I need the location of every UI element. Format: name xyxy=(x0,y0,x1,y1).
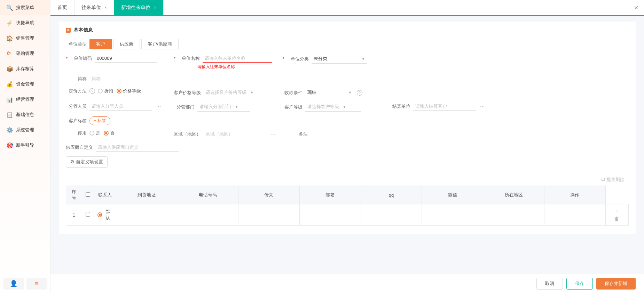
col-default xyxy=(82,186,94,204)
radio-no-circle xyxy=(104,131,109,136)
table-row: 1 默认 xyxy=(66,204,629,226)
pricing-help-icon[interactable]: ? xyxy=(89,88,95,94)
row-delete-btn[interactable]: 🗑 xyxy=(613,215,621,222)
sidebar-item-operations[interactable]: 📊 经营管理 xyxy=(0,92,50,107)
email-input[interactable] xyxy=(367,212,415,218)
payment-help-icon[interactable]: ? xyxy=(357,90,362,96)
sidebar-item-label: 采购管理 xyxy=(16,50,34,57)
unit-name-input[interactable] xyxy=(203,54,272,63)
col-contact: 联系人 xyxy=(94,186,116,204)
payment-terms-select[interactable]: 现结 ▼ xyxy=(305,88,354,97)
manager-more-btn[interactable]: ··· xyxy=(155,103,162,109)
region-input[interactable] xyxy=(204,130,266,138)
radio-no[interactable]: 否 xyxy=(104,130,115,136)
cell-qq[interactable] xyxy=(422,204,483,226)
short-name-input[interactable] xyxy=(89,75,152,83)
sidebar-item-finance[interactable]: 💰 资金管理 xyxy=(0,76,50,92)
col-fax: 传真 xyxy=(238,186,300,204)
customer-level-label: 客户等级 xyxy=(282,104,303,110)
tab-counterparty-close[interactable]: × xyxy=(104,5,107,10)
remarks-input[interactable] xyxy=(311,130,387,138)
fax-input[interactable] xyxy=(306,212,354,218)
cell-checkbox[interactable] xyxy=(82,204,94,226)
type-btn-customer[interactable]: 客户 xyxy=(89,39,112,49)
basic-info-section: F 基本信息 单位类型 客户 供应商 客户/供应商 * 单位编码 xyxy=(59,22,636,234)
region-field: 区域（地区） ··· xyxy=(174,130,276,138)
tab-bar: 首页 往来单位 × 新增往来单位 × ✕ xyxy=(50,0,644,16)
batch-delete-label[interactable]: 批量删除 xyxy=(606,177,625,183)
type-btn-both[interactable]: 客户/供应商 xyxy=(141,39,179,49)
type-btn-supplier[interactable]: 供应商 xyxy=(113,39,140,49)
cell-region[interactable] xyxy=(544,204,605,226)
contact-input[interactable] xyxy=(122,212,171,218)
customer-price-level-placeholder: 请选择客户价格等级 xyxy=(206,89,246,96)
customer-level-select[interactable]: 请选择客户等级 ▼ xyxy=(305,102,361,112)
settlement-more-btn[interactable]: ··· xyxy=(479,103,486,109)
unit-category-arrow: ▼ xyxy=(361,57,365,61)
add-tag-btn[interactable]: + 标签 xyxy=(89,116,110,125)
tab-new-counterparty-close[interactable]: × xyxy=(154,5,156,10)
row-checkbox[interactable] xyxy=(86,212,90,217)
search-icon: 🔍 xyxy=(6,4,13,11)
manager-input[interactable] xyxy=(89,102,152,111)
qq-input[interactable] xyxy=(428,212,477,218)
sidebar-item-inventory[interactable]: 📦 库存核算 xyxy=(0,61,50,76)
cell-email[interactable] xyxy=(361,204,422,226)
payment-terms-arrow: ▼ xyxy=(348,90,352,95)
radio-discount[interactable]: 折扣 xyxy=(98,88,113,94)
short-name-row: 简称 xyxy=(66,75,629,83)
tab-new-counterparty-label: 新增往来单位 xyxy=(121,5,150,11)
sidebar-item-label: 快捷导航 xyxy=(16,20,34,26)
cell-fax[interactable] xyxy=(299,204,361,226)
department-select[interactable]: 请输入分管部门 ▼ xyxy=(197,102,250,112)
save-button[interactable]: 保存 xyxy=(566,278,593,290)
customer-price-level-select[interactable]: 请选择客户价格等级 ▼ xyxy=(204,88,266,97)
supplier-custom-input[interactable] xyxy=(96,143,179,152)
cancel-button[interactable]: 取消 xyxy=(536,278,563,290)
default-label: 默认 xyxy=(103,209,112,221)
purchase-icon: 🛍 xyxy=(6,50,13,57)
tab-counterparty-label: 往来单位 xyxy=(81,5,101,11)
cell-address[interactable] xyxy=(177,204,238,226)
custom-settings-btn[interactable]: ⚙ 自定义项设置 xyxy=(66,156,108,168)
radio-yes-label: 是 xyxy=(96,130,100,136)
row-add-btn[interactable]: + xyxy=(613,207,621,215)
radio-yes[interactable]: 是 xyxy=(89,130,100,136)
sidebar-item-system[interactable]: ⚙️ 系统管理 xyxy=(0,122,50,138)
sidebar-item-quicknav[interactable]: ⚡ 快捷导航 xyxy=(0,15,50,31)
radio-no-label: 否 xyxy=(110,130,115,136)
cell-phone[interactable] xyxy=(238,204,300,226)
main-close-btn[interactable]: ✕ xyxy=(628,5,644,11)
settlement-unit-input[interactable] xyxy=(413,102,476,111)
address-input[interactable] xyxy=(183,212,232,218)
region-more-btn[interactable]: ··· xyxy=(269,131,276,137)
section-title-text: 基本信息 xyxy=(73,27,93,33)
tab-counterparty[interactable]: 往来单位 × xyxy=(74,0,114,15)
sidebar-item-search[interactable]: 🔍 搜索菜单 xyxy=(0,0,50,15)
sidebar-item-sales[interactable]: 🏠 销售管理 xyxy=(0,31,50,46)
col-wechat: 微信 xyxy=(422,186,483,204)
cell-wechat[interactable] xyxy=(483,204,544,226)
sidebar-item-purchase[interactable]: 🛍 采购管理 xyxy=(0,46,50,61)
unit-name-star: * xyxy=(174,56,175,61)
sidebar-item-guide[interactable]: 🎯 新手引导 xyxy=(0,138,50,153)
select-all-checkbox[interactable] xyxy=(86,192,90,197)
sidebar-user-btn[interactable]: 👤 xyxy=(3,278,24,290)
save-new-button[interactable]: 保存并新增 xyxy=(596,278,636,290)
row-default-radio[interactable]: 默认 xyxy=(97,209,112,221)
tab-new-counterparty[interactable]: 新增往来单位 × xyxy=(114,0,164,15)
customer-tag-row: 客户标签 + 标签 xyxy=(66,116,629,125)
unit-type-buttons: 客户 供应商 客户/供应商 xyxy=(89,39,179,49)
sidebar-expand-btn[interactable]: ≡ xyxy=(26,278,47,290)
unit-code-input[interactable] xyxy=(95,54,157,63)
region-input[interactable] xyxy=(551,212,599,218)
sidebar-item-basic[interactable]: 📋 基础信息 xyxy=(0,107,50,122)
cell-contact[interactable] xyxy=(116,204,177,226)
phone-input[interactable] xyxy=(245,212,293,218)
unit-category-select[interactable]: 未分类 ▼ xyxy=(312,54,367,64)
tab-home[interactable]: 首页 xyxy=(50,0,74,15)
sidebar-item-label: 库存核算 xyxy=(16,66,34,72)
radio-price-level[interactable]: 价格等级 xyxy=(117,88,141,94)
col-seq: 序号 xyxy=(66,186,82,204)
wechat-input[interactable] xyxy=(489,212,538,218)
